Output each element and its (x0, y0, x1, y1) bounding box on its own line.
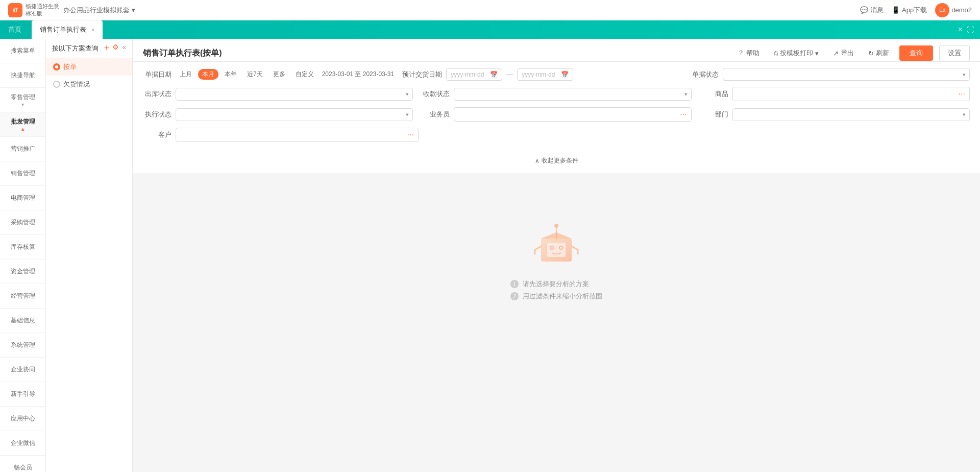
sidebar-item-sales[interactable]: 销售管理 (0, 161, 45, 186)
expected-date-to[interactable]: yyyy-mm-dd 📅 (517, 68, 573, 81)
expected-date-label: 预计交货日期 (402, 70, 442, 79)
date-tab-custom[interactable]: 自定义 (291, 69, 318, 80)
window-close-icon[interactable]: × (958, 25, 963, 34)
customer-label: 客户 (143, 130, 172, 139)
doc-status-select[interactable] (723, 68, 970, 81)
sidebar-item-quick-nav[interactable]: 快捷导航 (0, 63, 45, 88)
goods-input[interactable]: ··· (732, 87, 970, 101)
date-tab-this-month[interactable]: 本月 (198, 69, 218, 80)
pay-status-select-wrapper (454, 88, 691, 101)
customer-input[interactable]: ··· (176, 128, 419, 142)
exec-status-select[interactable] (176, 108, 413, 121)
sub-sidebar-header: 按以下方案查询 + ⚙ « (46, 39, 132, 58)
header-right: 💬 消息 📱 App下载 Ea demo2 (860, 3, 972, 17)
svg-point-6 (560, 247, 562, 249)
scheme-active-dot (53, 63, 60, 70)
tab-home[interactable]: 首页 (0, 20, 30, 39)
sub-sidebar-add-btn[interactable]: + (104, 43, 110, 54)
logo-area: 好 畅捷通好生意 标准版 (8, 3, 59, 17)
tab-bar: 首页 销售订单执行表 × × ⛶ (0, 20, 980, 39)
sidebar-item-member[interactable]: 畅会员 (0, 456, 45, 472)
print-dropdown-icon: ▾ (815, 50, 819, 57)
sidebar-item-ecommerce[interactable]: 电商管理 (0, 186, 45, 210)
help-button[interactable]: ？ 帮助 (733, 46, 764, 60)
main-content: 销售订单执行表(按单) ？ 帮助 ⎙ 按模板打印 ▾ ↗ (133, 39, 980, 472)
goods-group: 商品 ··· (700, 87, 970, 101)
sidebar-item-newbie[interactable]: 新手引导 (0, 382, 45, 407)
export-icon: ↗ (833, 50, 839, 57)
quick-nav-label: 快捷导航 (11, 71, 35, 80)
date-range-display: 2023-03-01 至 2023-03-31 (322, 70, 394, 79)
tab-close-icon[interactable]: × (91, 27, 94, 33)
sidebar-item-appcenter[interactable]: 应用中心 (0, 407, 45, 431)
print-button[interactable]: ⎙ 按模板打印 ▾ (770, 46, 823, 60)
tab-sales-order[interactable]: 销售订单执行表 × (32, 20, 103, 39)
settings-button[interactable]: 设置 (939, 45, 970, 61)
dept-select[interactable] (732, 108, 970, 121)
pay-status-label: 收款状态 (421, 89, 450, 99)
sidebar-item-purchase[interactable]: 采购管理 (0, 210, 45, 235)
sub-sidebar-actions: + ⚙ « (104, 43, 126, 54)
empty-illustration (531, 218, 582, 269)
refresh-button[interactable]: ↻ 刷新 (864, 46, 893, 60)
app-icon: 📱 (892, 6, 900, 14)
query-button[interactable]: 查询 (899, 45, 933, 61)
out-storage-select[interactable] (176, 88, 413, 101)
sub-sidebar-item-scheme-按单[interactable]: 按单 (46, 58, 132, 76)
doc-date-group: 单据日期 上月 本月 本年 近7天 更多 自定义 2023-03-01 至 20… (143, 69, 394, 80)
salesperson-input[interactable]: ··· (454, 107, 691, 122)
date-tab-this-year[interactable]: 本年 (220, 69, 241, 80)
user-area[interactable]: Ea demo2 (935, 3, 972, 17)
sub-sidebar-settings-btn[interactable]: ⚙ (112, 43, 119, 54)
pay-status-select[interactable] (454, 88, 691, 101)
sidebar-item-inventory[interactable]: 库存核算 (0, 235, 45, 259)
sidebar-item-wechat[interactable]: 企业微信 (0, 431, 45, 456)
date-tab-7days[interactable]: 近7天 (243, 69, 267, 80)
sidebar-item-search-menu[interactable]: 搜索菜单 (0, 39, 45, 63)
empty-tip-1: 1 请先选择要分析的方案 (510, 279, 602, 289)
sub-sidebar-item-scheme-欠货情况[interactable]: 欠货情况 (46, 76, 132, 93)
expected-date-from[interactable]: yyyy-mm-dd 📅 (446, 68, 502, 81)
expected-date-group: 预计交货日期 yyyy-mm-dd 📅 — yyyy-mm-dd 📅 (402, 68, 682, 81)
sidebar-item-basic[interactable]: 基础信息 (0, 309, 45, 333)
collapse-button[interactable]: ∧ 收起更多条件 (143, 156, 970, 165)
tip-num-1: 1 (510, 280, 519, 288)
sub-layout: 按以下方案查询 + ⚙ « 按单 欠货情况 (46, 39, 980, 472)
sidebar-item-system[interactable]: 系统管理 (0, 333, 45, 358)
user-avatar: Ea (935, 3, 949, 17)
sub-sidebar-collapse-btn[interactable]: « (122, 43, 126, 54)
export-button[interactable]: ↗ 导出 (829, 46, 858, 60)
doc-date-label: 单据日期 (143, 70, 172, 79)
date-tab-more[interactable]: 更多 (269, 69, 289, 80)
pay-status-group: 收款状态 (421, 88, 691, 101)
salesperson-label: 业务员 (421, 110, 450, 119)
sidebar-item-finance[interactable]: 资金管理 (0, 259, 45, 284)
empty-tips: 1 请先选择要分析的方案 2 用过滤条件来缩小分析范围 (510, 279, 602, 301)
empty-state: 1 请先选择要分析的方案 2 用过滤条件来缩小分析范围 (133, 177, 980, 342)
messages-button[interactable]: 💬 消息 (860, 6, 884, 15)
page-title: 销售订单执行表(按单) (143, 48, 222, 59)
main-layout: 搜索菜单 快捷导航 零售管理 ▾ 批发管理 ▴ 营销推广 销售管理 电商管理 采… (0, 39, 980, 472)
search-menu-label: 搜索菜单 (11, 46, 35, 55)
content-area: 按以下方案查询 + ⚙ « 按单 欠货情况 (46, 39, 980, 472)
sidebar-item-retail[interactable]: 零售管理 ▾ (0, 88, 45, 112)
date-dash: — (506, 70, 513, 78)
svg-point-5 (551, 247, 553, 249)
sidebar-item-operations[interactable]: 经营管理 (0, 284, 45, 309)
company-selector[interactable]: 办公用品行业模拟账套 ▾ (63, 6, 135, 15)
out-storage-label: 出库状态 (143, 89, 172, 99)
goods-dots-btn[interactable]: ··· (959, 89, 965, 99)
salesperson-dots-btn[interactable]: ··· (680, 110, 687, 119)
date-tab-last-month[interactable]: 上月 (176, 69, 196, 80)
collapse-section: ∧ 收起更多条件 (143, 148, 970, 167)
sidebar-item-marketing[interactable]: 营销推广 (0, 137, 45, 161)
customer-dots-btn[interactable]: ··· (407, 130, 414, 139)
filter-row-3: 执行状态 业务员 ··· (143, 107, 970, 122)
sidebar-item-enterprise[interactable]: 企业协同 (0, 358, 45, 382)
salesperson-group: 业务员 ··· (421, 107, 691, 122)
message-icon: 💬 (860, 6, 868, 14)
page-header: 销售订单执行表(按单) ？ 帮助 ⎙ 按模板打印 ▾ ↗ (133, 39, 980, 62)
sidebar-item-wholesale[interactable]: 批发管理 ▴ (0, 112, 45, 137)
app-download-button[interactable]: 📱 App下载 (892, 6, 927, 15)
window-maximize-icon[interactable]: ⛶ (967, 26, 974, 34)
